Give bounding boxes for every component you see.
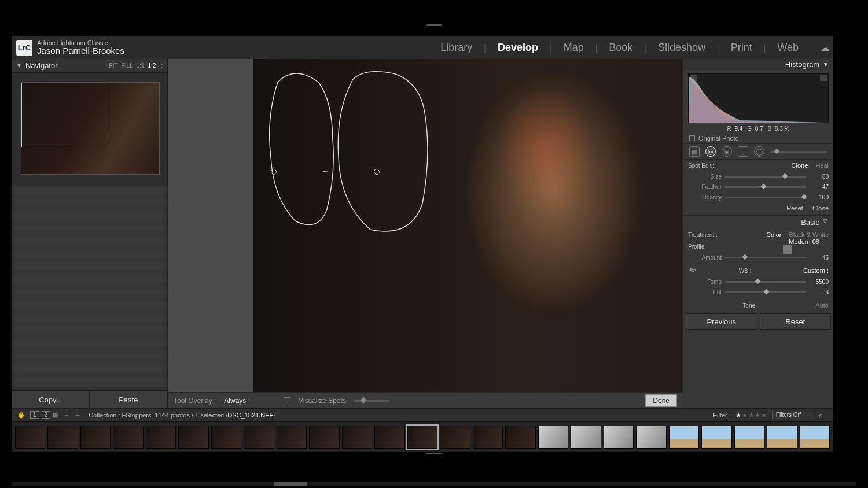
filmstrip-thumb[interactable] xyxy=(538,426,568,449)
temp-value[interactable]: 5500 xyxy=(809,279,829,285)
brush-amount-slider[interactable] xyxy=(770,151,827,153)
spot-reset-button[interactable]: Reset xyxy=(786,205,803,212)
filmstrip-thumb[interactable] xyxy=(113,426,143,449)
filmstrip-thumb[interactable] xyxy=(669,426,699,449)
filter-lock-icon[interactable]: ⎌ xyxy=(819,412,823,419)
tool-overlay-value[interactable]: Always : xyxy=(224,397,250,405)
rating-filter[interactable]: ★★★★★ xyxy=(735,411,767,419)
filmstrip-thumb[interactable] xyxy=(604,426,634,449)
photo-canvas[interactable]: ← xyxy=(168,59,683,392)
visualize-spots-slider[interactable] xyxy=(354,400,389,402)
original-photo-toggle[interactable]: Original Photo xyxy=(683,133,833,143)
filmstrip-thumb[interactable] xyxy=(571,426,601,449)
opacity-value[interactable]: 100 xyxy=(809,194,829,201)
nav-back-icon[interactable]: ← xyxy=(63,412,69,419)
zoom-fit[interactable]: FIT xyxy=(109,62,118,69)
filmstrip-thumb[interactable] xyxy=(15,426,45,449)
module-map[interactable]: Map xyxy=(564,42,584,54)
basic-panel-header[interactable]: Basic▽ xyxy=(683,216,833,229)
filmstrip-thumb[interactable] xyxy=(211,426,241,449)
profile-picker[interactable]: Modern 08 : xyxy=(783,238,823,245)
mode-heal[interactable]: Heal xyxy=(815,162,829,169)
treatment-bw[interactable]: Black & White xyxy=(789,231,829,238)
module-library[interactable]: Library xyxy=(440,42,472,54)
navigator-thumbnail[interactable] xyxy=(21,82,160,175)
window-1-badge[interactable]: 1 xyxy=(30,411,39,419)
filmstrip-thumb[interactable] xyxy=(47,426,78,449)
filmstrip-thumb[interactable] xyxy=(374,426,404,449)
done-button[interactable]: Done xyxy=(645,394,677,407)
grid-view-icon[interactable]: ▦ xyxy=(53,411,58,419)
filmstrip-scrollbar[interactable] xyxy=(12,482,856,486)
spot-dest-pin[interactable] xyxy=(374,169,380,175)
wb-eyedropper-icon[interactable]: ✎ xyxy=(686,263,700,278)
profile-amount-slider[interactable] xyxy=(725,257,806,258)
opacity-slider[interactable] xyxy=(725,197,806,198)
copy-settings-button[interactable]: Copy... xyxy=(12,391,90,408)
size-value[interactable]: 80 xyxy=(809,173,829,180)
filmstrip-thumb[interactable] xyxy=(734,426,764,449)
feather-value[interactable]: 47 xyxy=(809,184,829,190)
visualize-spots-label: Visualize Spots xyxy=(299,397,346,405)
module-web[interactable]: Web xyxy=(777,42,799,54)
filmstrip-thumb[interactable] xyxy=(505,426,535,449)
nav-fwd-icon[interactable]: → xyxy=(74,412,80,419)
navigator-panel-header[interactable]: ▼ Navigator FITFILL1:11:2 : xyxy=(12,59,167,73)
histogram[interactable] xyxy=(688,73,829,123)
reset-button[interactable]: Reset xyxy=(760,313,832,330)
previous-button[interactable]: Previous xyxy=(686,313,757,330)
tone-auto-button[interactable]: Auto xyxy=(815,302,829,309)
radial-filter-icon[interactable]: ◯ xyxy=(754,146,764,157)
spot-close-button[interactable]: Close xyxy=(812,205,829,212)
filmstrip-thumb[interactable] xyxy=(440,426,470,449)
treatment-color[interactable]: Color xyxy=(766,231,781,238)
wb-preset[interactable]: Custom : xyxy=(797,267,829,274)
catalog-name: Jason Parnell-Brookes xyxy=(37,46,124,56)
filmstrip-thumb[interactable] xyxy=(277,426,307,449)
spot-removal-tool-icon[interactable]: ◎ xyxy=(705,146,716,157)
filters-off-dropdown[interactable]: Filters Off xyxy=(772,411,814,419)
paste-settings-button[interactable]: Paste xyxy=(90,391,168,408)
profile-label: Profile : xyxy=(688,243,708,250)
filmstrip-thumb[interactable] xyxy=(636,426,666,449)
filmstrip-thumb[interactable] xyxy=(701,426,731,449)
window-2-badge[interactable]: 2 xyxy=(42,411,51,419)
profile-amount-value[interactable]: 45 xyxy=(809,254,829,261)
redeye-tool-icon[interactable]: ◉ xyxy=(722,146,732,157)
mode-clone[interactable]: Clone xyxy=(792,162,808,169)
filmstrip-thumb[interactable] xyxy=(800,426,830,449)
zoom-1-1[interactable]: 1:1 xyxy=(137,62,145,69)
module-book[interactable]: Book xyxy=(609,42,632,54)
temp-slider[interactable] xyxy=(725,281,806,283)
filmstrip-thumb[interactable] xyxy=(309,426,339,449)
tint-value[interactable]: - 3 xyxy=(809,289,829,295)
tint-slider[interactable] xyxy=(725,291,806,293)
module-develop[interactable]: Develop xyxy=(498,42,538,54)
zoom-1-2[interactable]: 1:2 xyxy=(148,62,156,69)
feather-slider[interactable] xyxy=(725,186,806,188)
zoom-fill[interactable]: FILL xyxy=(122,62,133,69)
filmstrip-thumb[interactable] xyxy=(244,426,274,449)
module-print[interactable]: Print xyxy=(731,42,752,54)
sync-status-icon[interactable]: ☁ xyxy=(821,42,830,53)
spot-source-pin[interactable] xyxy=(271,169,277,175)
graduated-filter-icon[interactable]: ▯ xyxy=(738,146,748,157)
filmstrip-thumb[interactable] xyxy=(407,426,437,449)
filmstrip-thumb[interactable] xyxy=(767,426,797,449)
visualize-spots-checkbox[interactable] xyxy=(284,397,290,404)
crop-tool-icon[interactable]: ▦ xyxy=(689,146,700,157)
filmstrip[interactable] xyxy=(12,421,833,452)
histogram-header[interactable]: Histogram▼ xyxy=(683,59,833,70)
filmstrip-thumb[interactable] xyxy=(80,426,111,449)
filmstrip-thumb[interactable] xyxy=(178,426,208,449)
size-slider[interactable] xyxy=(725,176,806,178)
spot-dest-outline[interactable] xyxy=(324,59,509,244)
source-label[interactable]: Collection : FStoppers xyxy=(89,412,151,419)
filmstrip-thumb[interactable] xyxy=(342,426,372,449)
filmstrip-thumb[interactable] xyxy=(146,426,176,449)
module-slideshow[interactable]: Slideshow xyxy=(658,42,705,54)
second-monitor-icon[interactable]: 🖐 xyxy=(17,411,25,419)
filmstrip-thumb[interactable] xyxy=(473,426,503,449)
profile-browser-icon[interactable] xyxy=(777,245,829,254)
navigator-view-rect[interactable] xyxy=(21,83,108,147)
